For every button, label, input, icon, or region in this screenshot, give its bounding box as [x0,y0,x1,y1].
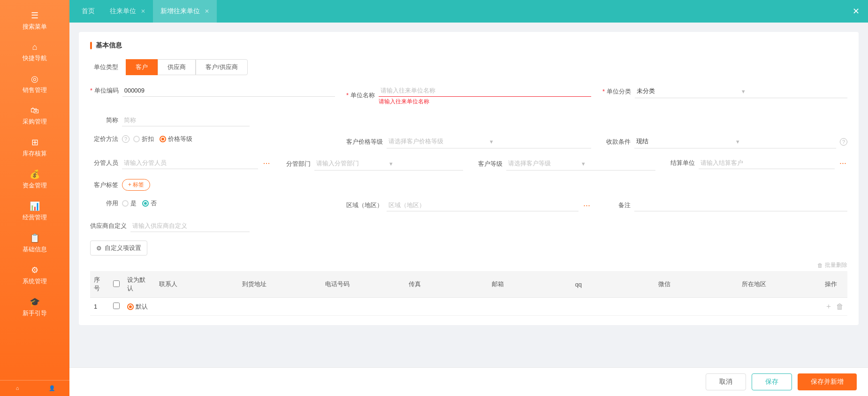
tab-partners[interactable]: 往来单位 ✕ [102,0,153,23]
remark-label: 备注 [602,201,631,210]
field-unit-code: 单位编码 [90,85,335,97]
field-customer-price-level: 客户价格等级 请选择客户价格等级 ▾ [346,135,591,148]
remark-input[interactable] [634,199,847,211]
cancel-button[interactable]: 取消 [706,373,746,390]
row-email[interactable] [488,298,571,316]
sidebar-item-sales[interactable]: ◎ 销售管理 [0,68,69,100]
sidebar-item-label: 销售管理 [23,86,47,94]
pricing-discount-radio[interactable]: 折扣 [133,135,154,143]
row-phone-input[interactable] [325,303,401,310]
region-input[interactable] [387,199,579,211]
col-select [109,271,123,298]
row-fax[interactable] [405,298,488,316]
settlement-unit-label: 结算单位 [667,159,695,167]
sidebar-item-system[interactable]: ⚙ 系统管理 [0,259,69,291]
pricing-method-radios: 折扣 价格等级 [133,135,192,143]
unit-name-input[interactable] [379,85,591,97]
row-qq[interactable] [571,298,655,316]
custom-settings-btn[interactable]: ⚙ 自定义项设置 [90,241,147,256]
tab-partners-label: 往来单位 [110,7,136,16]
pricing-level-radio[interactable]: 价格等级 [160,135,192,143]
sidebar-item-search[interactable]: ☰ 搜索菜单 [0,5,69,37]
row-region-input[interactable] [742,303,817,310]
payment-terms-help[interactable]: ? [840,138,847,146]
row-address-input[interactable] [242,303,318,310]
tab-partners-close[interactable]: ✕ [141,8,145,15]
unit-type-customer-btn[interactable]: 客户 [126,59,158,75]
row-fax-input[interactable] [409,303,484,310]
field-pricing-method: 定价方法 ? 折扣 价格等级 [90,135,335,143]
row-email-input[interactable] [492,303,567,310]
manager-more-btn[interactable]: ··· [262,158,271,168]
row-add-btn[interactable]: ＋ [825,302,832,311]
table-row: 1 默认 [90,298,847,316]
finance-icon: 💰 [30,169,40,179]
field-payment-terms: 收款条件 现结 ▾ ? [602,135,847,148]
sidebar-item-label: 新手引导 [23,309,47,318]
save-button[interactable]: 保存 [752,373,792,390]
sidebar-item-finance[interactable]: 💰 资金管理 [0,163,69,195]
settlement-unit-more-btn[interactable]: ··· [838,158,847,168]
col-default: 设为默认 [123,271,155,298]
supplier-custom-input[interactable] [130,220,250,232]
sidebar-item-inventory[interactable]: ⊞ 库存核算 [0,132,69,163]
nav-icon: ⌂ [32,42,38,52]
payment-terms-select[interactable]: 现结 ▾ [634,135,836,148]
row-address[interactable] [238,298,321,316]
region-more-btn[interactable]: ··· [582,201,591,210]
row-wechat[interactable] [655,298,738,316]
row-default-radio[interactable]: 默认 [127,303,151,311]
disabled-no-radio[interactable]: 否 [142,199,157,208]
tab-new-partner[interactable]: 新增往来单位 ✕ [153,0,217,23]
row-phone[interactable] [321,298,404,316]
pricing-method-help[interactable]: ? [122,135,129,143]
customer-level-select[interactable]: 请选择客户等级 ▾ [506,157,655,171]
customer-price-level-select[interactable]: 请选择客户价格等级 ▾ [387,135,591,148]
main-area: 首页 往来单位 ✕ 新增往来单位 ✕ ✕ 基本信息 单位类型 客户 供应商 客户… [69,0,868,396]
section-title-label: 基本信息 [96,41,122,50]
form-row-supplier-custom: 供应商自定义 [90,220,847,232]
guide-icon: 🎓 [30,297,40,307]
row-qq-input[interactable] [575,303,651,310]
sidebar-item-purchase[interactable]: 🛍 采购管理 [0,100,69,132]
tab-home-label: 首页 [82,7,95,16]
unit-code-input[interactable] [122,85,335,97]
sidebar-user-btn[interactable]: 👤 [35,380,69,396]
unit-type-both-btn[interactable]: 客户/供应商 [196,59,248,75]
batch-delete-row: 🗑 批量删除 [90,261,847,269]
manager-input[interactable] [122,157,258,169]
settlement-unit-input[interactable] [699,157,835,169]
save-new-button[interactable]: 保存并新增 [798,373,857,390]
short-name-input[interactable] [122,114,250,126]
sidebar-item-operations[interactable]: 📊 经营管理 [0,195,69,227]
field-customer-tag: 客户标签 + 标签 [90,179,847,191]
col-fax: 传真 [405,271,488,298]
disabled-yes-radio[interactable]: 是 [122,199,137,208]
row-checkbox[interactable] [113,303,120,309]
unit-type-supplier-btn[interactable]: 供应商 [158,59,196,75]
sidebar-item-guide[interactable]: 🎓 新手引导 [0,291,69,323]
sidebar-item-basics[interactable]: 📋 基础信息 [0,227,69,259]
tab-home[interactable]: 首页 [74,0,102,23]
user-icon: 👤 [49,385,55,391]
row-wechat-input[interactable] [658,303,734,310]
col-region: 所在地区 [738,271,821,298]
field-region: 区域（地区） ··· [346,199,591,211]
batch-delete-label[interactable]: 批量删除 [825,261,847,269]
add-tag-btn[interactable]: + 标签 [122,179,150,191]
department-select[interactable]: 请输入分管部门 ▾ [314,157,464,171]
sidebar-home-btn[interactable]: ⌂ [0,380,35,396]
unit-category-select[interactable]: 未分类 ▾ [635,85,847,98]
row-region[interactable] [738,298,821,316]
payment-terms-value: 现结 [636,137,734,146]
window-close-btn[interactable]: ✕ [849,6,863,16]
inventory-icon: ⊞ [31,137,38,148]
row-contact-input[interactable] [159,303,235,310]
tab-new-partner-close[interactable]: ✕ [205,8,209,15]
select-all-checkbox[interactable] [113,280,120,287]
row-delete-btn[interactable]: 🗑 [836,303,844,311]
field-settlement-unit: 结算单位 ··· [667,157,848,169]
sidebar-item-nav[interactable]: ⌂ 快捷导航 [0,37,69,68]
row-contact[interactable] [155,298,238,316]
customer-level-arrow: ▾ [582,160,654,167]
